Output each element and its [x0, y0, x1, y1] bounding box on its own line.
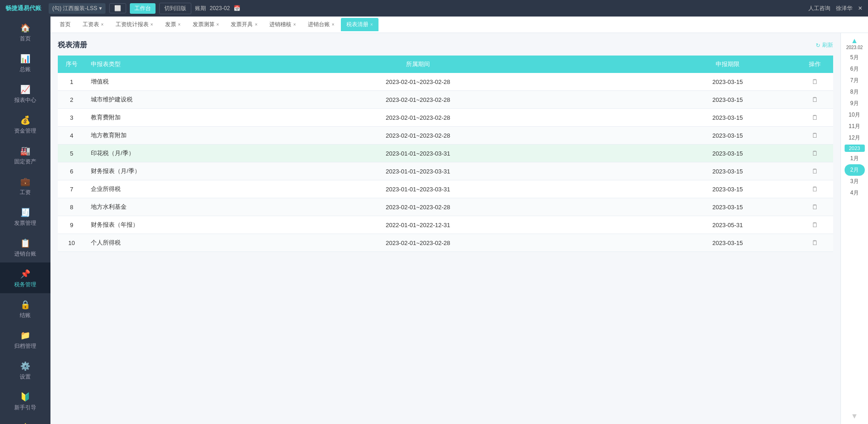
cell-period: 2023-02-01~2023-02-28 [177, 127, 659, 145]
action-file-icon[interactable]: 🗒 [812, 150, 818, 157]
month-item-5[interactable]: 5月 [845, 52, 865, 63]
tax-table: 序号 申报表类型 所属期间 申报期限 操作 1 增值税 2023-02-01~2… [58, 56, 833, 252]
table-row: 1 增值税 2023-02-01~2023-02-28 2023-03-15 🗒 [58, 73, 833, 91]
cell-seq: 2 [58, 91, 85, 109]
month-item-1[interactable]: 1月 [845, 153, 865, 164]
tab-salary-table[interactable]: 工资表 × [77, 18, 109, 31]
cell-seq: 4 [58, 127, 85, 145]
table-row: 10 个人所得税 2023-02-01~2023-02-28 2023-03-1… [58, 234, 833, 252]
month-item-10[interactable]: 10月 [845, 109, 865, 121]
cell-action: 🗒 [796, 162, 833, 180]
settings-icon: ⚙️ [20, 361, 30, 371]
invoice-icon: 🧾 [20, 207, 30, 218]
tab-close-icon[interactable]: × [332, 22, 334, 27]
sidebar-item-salary[interactable]: 💼 工资 [0, 170, 50, 201]
month-item-4[interactable]: 4月 [845, 187, 865, 199]
refresh-button[interactable]: ↻ 刷新 [816, 41, 833, 49]
sidebar-item-sales[interactable]: 📋 进销台账 [0, 232, 50, 262]
action-file-icon[interactable]: 🗒 [812, 185, 818, 193]
tab-bar: 首页 工资表 × 工资统计报表 × 发票 × 发票测算 × 发票开具 × 进销稽… [50, 17, 868, 33]
sidebar-item-close[interactable]: 🔒 结账 [0, 293, 50, 324]
tab-invoice[interactable]: 发票 × [160, 18, 186, 31]
action-file-icon[interactable]: 🗒 [812, 114, 818, 121]
action-file-icon[interactable]: 🗒 [812, 203, 818, 211]
salary-icon: 💼 [20, 177, 30, 187]
cell-period: 2022-01-01~2022-12-31 [177, 216, 659, 234]
cell-type: 教育费附加 [85, 109, 177, 127]
cell-seq: 3 [58, 109, 85, 127]
manual-consult-btn[interactable]: 人工咨询 [808, 5, 830, 12]
cell-report-period: 2023-05-31 [659, 216, 796, 234]
sidebar-item-report[interactable]: 📈 报表中心 [0, 78, 50, 109]
tab-purchase-ledger[interactable]: 进销台账 × [302, 18, 340, 31]
content-area: 首页 工资表 × 工资统计报表 × 发票 × 发票测算 × 发票开具 × 进销稽… [50, 17, 868, 424]
tab-salary-stats[interactable]: 工资统计报表 × [110, 18, 159, 31]
sidebar-item-member[interactable]: ⭐ 畅会员 [0, 416, 50, 424]
cell-report-period: 2023-03-15 [659, 234, 796, 252]
tab-invoice-open[interactable]: 发票开具 × [225, 18, 263, 31]
close-icon[interactable]: ✕ [858, 5, 862, 11]
tab-tax-list[interactable]: 税表清册 × [341, 18, 378, 31]
col-header-action: 操作 [796, 56, 833, 73]
tab-close-icon[interactable]: × [217, 22, 219, 27]
month-item-9[interactable]: 9月 [845, 98, 865, 109]
calendar-icon[interactable]: 📅 [234, 5, 240, 11]
tab-invoice-calc[interactable]: 发票测算 × [187, 18, 225, 31]
copy-button[interactable]: ⬜ [109, 3, 126, 13]
cell-action: 🗒 [796, 234, 833, 252]
switch-old-button[interactable]: 切到旧版 [159, 3, 191, 14]
tab-close-icon[interactable]: × [150, 22, 153, 27]
month-item-7[interactable]: 7月 [845, 75, 865, 86]
tab-home[interactable]: 首页 [54, 18, 76, 31]
page-content: 税表清册 ↻ 刷新 序号 申报表类型 所属期间 申报期限 操作 [50, 33, 840, 424]
table-row: 9 财务报表（年报） 2022-01-01~2022-12-31 2023-05… [58, 216, 833, 234]
workspace-button[interactable]: 工作台 [130, 3, 156, 14]
sidebar-item-settings[interactable]: ⚙️ 设置 [0, 355, 50, 385]
cell-seq: 5 [58, 145, 85, 162]
sidebar-item-label: 设置 [20, 373, 31, 381]
sidebar-item-assets[interactable]: 🏭 固定资产 [0, 139, 50, 170]
cell-report-period: 2023-03-15 [659, 180, 796, 198]
sidebar-item-label: 总账 [20, 66, 31, 73]
fund-icon: 💰 [20, 115, 30, 125]
cell-type: 印花税（月/季） [85, 145, 177, 162]
up-arrow-icon[interactable]: ▲ [851, 37, 858, 45]
cell-report-period: 2023-03-15 [659, 198, 796, 216]
month-item-11[interactable]: 11月 [845, 121, 865, 132]
month-item-6[interactable]: 6月 [845, 63, 865, 75]
tab-close-icon[interactable]: × [255, 22, 257, 27]
tab-close-icon[interactable]: × [370, 22, 373, 27]
sidebar-item-archive[interactable]: 📁 归档管理 [0, 324, 50, 355]
col-header-report-period: 申报期限 [659, 56, 796, 73]
sidebar-item-ledger[interactable]: 📊 总账 [0, 47, 50, 78]
month-item-2-active[interactable]: 2月 [845, 164, 865, 176]
table-row: 5 印花税（月/季） 2023-01-01~2023-03-31 2023-03… [58, 145, 833, 162]
sidebar-item-tax[interactable]: 📌 税务管理 [0, 262, 50, 293]
company-selector[interactable]: (勾) 江西服装-LSS ▾ [49, 3, 106, 14]
cell-action: 🗒 [796, 145, 833, 162]
tab-purchase-audit[interactable]: 进销稽核 × [264, 18, 301, 31]
month-item-12[interactable]: 12月 [845, 132, 865, 144]
table-row: 2 城市维护建设税 2023-02-01~2023-02-28 2023-03-… [58, 91, 833, 109]
tab-close-icon[interactable]: × [293, 22, 296, 27]
right-panel-year: 2023.02 [846, 45, 862, 50]
action-file-icon[interactable]: 🗒 [812, 167, 818, 175]
month-item-8[interactable]: 8月 [845, 86, 865, 98]
action-file-icon[interactable]: 🗒 [812, 78, 818, 85]
sidebar-item-home[interactable]: 🏠 首页 [0, 17, 50, 47]
tab-close-icon[interactable]: × [178, 22, 181, 27]
cell-seq: 8 [58, 198, 85, 216]
cell-type: 财务报表（年报） [85, 216, 177, 234]
action-file-icon[interactable]: 🗒 [812, 96, 818, 103]
sidebar-item-guide[interactable]: 🔰 新手引导 [0, 385, 50, 416]
sidebar-item-invoice[interactable]: 🧾 发票管理 [0, 201, 50, 232]
action-file-icon[interactable]: 🗒 [812, 221, 818, 229]
year-badge-2023[interactable]: 2023 [845, 145, 865, 152]
sidebar-item-fund[interactable]: 💰 资金管理 [0, 109, 50, 139]
action-file-icon[interactable]: 🗒 [812, 132, 818, 139]
month-item-3[interactable]: 3月 [845, 176, 865, 187]
sidebar-item-label: 新手引导 [14, 404, 36, 412]
down-arrow-icon[interactable]: ▼ [851, 412, 858, 420]
tab-close-icon[interactable]: × [101, 22, 104, 27]
action-file-icon[interactable]: 🗒 [812, 239, 818, 246]
